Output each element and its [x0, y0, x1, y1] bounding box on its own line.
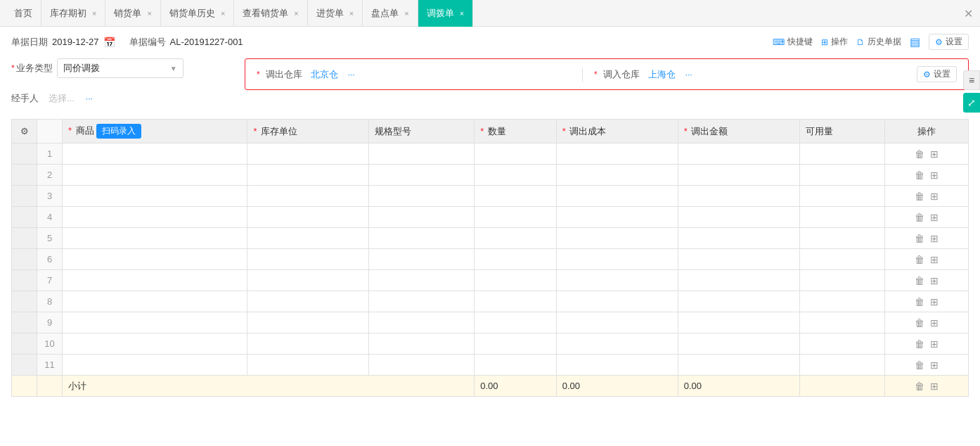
row-qty-3[interactable] — [475, 207, 557, 228]
row-unit-3[interactable] — [247, 207, 369, 228]
business-type-select[interactable]: 同价调拨 ▼ — [57, 58, 183, 78]
subtotal-copy-icon[interactable]: ⊞ — [930, 381, 939, 392]
row-unit-10[interactable] — [247, 355, 369, 376]
row-available-0[interactable] — [799, 144, 885, 165]
row-spec-5[interactable] — [369, 249, 475, 270]
row-product-9[interactable] — [63, 333, 247, 355]
row-cost-7[interactable] — [556, 291, 678, 312]
row-available-1[interactable] — [799, 165, 885, 186]
delete-icon-0[interactable]: 🗑 — [915, 148, 924, 160]
tab-sales-history[interactable]: 销货单历史 × — [161, 0, 234, 27]
tab-sales-order[interactable]: 销货单 × — [105, 0, 160, 27]
tab-close-sales-order[interactable]: × — [147, 9, 151, 18]
row-amount-5[interactable] — [678, 249, 799, 270]
row-unit-8[interactable] — [247, 312, 369, 333]
row-available-2[interactable] — [799, 186, 885, 207]
row-amount-0[interactable] — [678, 144, 799, 165]
delete-icon-8[interactable]: 🗑 — [915, 317, 924, 329]
row-amount-2[interactable] — [678, 186, 799, 207]
delete-icon-10[interactable]: 🗑 — [915, 359, 924, 371]
calendar-icon[interactable]: 📅 — [103, 37, 115, 48]
row-amount-3[interactable] — [678, 207, 799, 228]
copy-icon-6[interactable]: ⊞ — [930, 275, 939, 286]
row-unit-4[interactable] — [247, 228, 369, 249]
row-available-4[interactable] — [799, 228, 885, 249]
row-unit-9[interactable] — [247, 333, 369, 355]
row-available-6[interactable] — [799, 270, 885, 291]
row-cost-10[interactable] — [556, 355, 678, 376]
row-spec-9[interactable] — [369, 333, 475, 355]
row-spec-3[interactable] — [369, 207, 475, 228]
row-cost-0[interactable] — [556, 144, 678, 165]
row-spec-4[interactable] — [369, 228, 475, 249]
row-spec-1[interactable] — [369, 165, 475, 186]
row-qty-0[interactable] — [475, 144, 557, 165]
row-qty-9[interactable] — [475, 333, 557, 355]
row-unit-5[interactable] — [247, 249, 369, 270]
row-product-7[interactable] — [63, 291, 247, 312]
row-available-3[interactable] — [799, 207, 885, 228]
delete-icon-5[interactable]: 🗑 — [915, 254, 924, 265]
tab-home[interactable]: 首页 — [6, 0, 41, 27]
row-available-9[interactable] — [799, 333, 885, 355]
copy-icon-8[interactable]: ⊞ — [930, 317, 939, 329]
row-unit-2[interactable] — [247, 186, 369, 207]
sidebar-list-btn[interactable]: ≡ — [963, 70, 980, 90]
row-cost-9[interactable] — [556, 333, 678, 355]
copy-icon-10[interactable]: ⊞ — [930, 359, 939, 371]
settings-btn[interactable]: ⚙ 设置 — [929, 34, 969, 50]
delete-icon-2[interactable]: 🗑 — [915, 191, 924, 202]
sidebar-expand-btn[interactable]: ⤢ — [963, 93, 980, 113]
tab-close-purchase-order[interactable]: × — [349, 9, 354, 18]
row-qty-10[interactable] — [475, 355, 557, 376]
table-gear-icon[interactable]: ⚙ — [20, 126, 29, 136]
row-product-5[interactable] — [63, 249, 247, 270]
tab-close-sales-history[interactable]: × — [221, 9, 225, 18]
row-amount-9[interactable] — [678, 333, 799, 355]
tab-inventory-check[interactable]: 盘点单 × — [363, 0, 418, 27]
row-cost-2[interactable] — [556, 186, 678, 207]
row-available-8[interactable] — [799, 312, 885, 333]
copy-icon-4[interactable]: ⊞ — [930, 233, 939, 244]
tab-bar-close-icon[interactable]: ✕ — [964, 6, 973, 20]
row-cost-5[interactable] — [556, 249, 678, 270]
copy-icon-7[interactable]: ⊞ — [930, 296, 939, 307]
copy-icon-2[interactable]: ⊞ — [930, 191, 939, 202]
row-amount-4[interactable] — [678, 228, 799, 249]
row-spec-7[interactable] — [369, 291, 475, 312]
delete-icon-3[interactable]: 🗑 — [915, 212, 924, 223]
row-amount-7[interactable] — [678, 291, 799, 312]
copy-icon-5[interactable]: ⊞ — [930, 254, 939, 265]
row-amount-1[interactable] — [678, 165, 799, 186]
delete-icon-7[interactable]: 🗑 — [915, 296, 924, 307]
row-unit-6[interactable] — [247, 270, 369, 291]
row-spec-0[interactable] — [369, 144, 475, 165]
row-qty-7[interactable] — [475, 291, 557, 312]
row-qty-1[interactable] — [475, 165, 557, 186]
tab-close-transfer[interactable]: × — [460, 9, 464, 18]
copy-icon-1[interactable]: ⊞ — [930, 170, 939, 181]
row-qty-6[interactable] — [475, 270, 557, 291]
row-available-7[interactable] — [799, 291, 885, 312]
tab-close-inventory-init[interactable]: × — [92, 9, 96, 18]
delete-icon-9[interactable]: 🗑 — [915, 338, 924, 350]
history-btn[interactable]: 🗋 历史单据 — [856, 36, 901, 48]
delete-icon-6[interactable]: 🗑 — [915, 275, 924, 286]
shortcut-btn[interactable]: ⌨ 快捷键 — [773, 36, 813, 48]
row-spec-2[interactable] — [369, 186, 475, 207]
row-unit-1[interactable] — [247, 165, 369, 186]
tab-close-inventory-check[interactable]: × — [404, 9, 408, 18]
row-cost-6[interactable] — [556, 270, 678, 291]
target-warehouse-value[interactable]: 上海仓 — [648, 68, 676, 81]
row-cost-1[interactable] — [556, 165, 678, 186]
tab-purchase-order[interactable]: 进货单 × — [308, 0, 363, 27]
operation-btn[interactable]: ⊞ 操作 — [821, 36, 848, 48]
row-product-4[interactable] — [63, 228, 247, 249]
row-spec-8[interactable] — [369, 312, 475, 333]
row-qty-2[interactable] — [475, 186, 557, 207]
row-product-10[interactable] — [63, 355, 247, 376]
row-spec-10[interactable] — [369, 355, 475, 376]
row-product-2[interactable] — [63, 186, 247, 207]
scan-button[interactable]: 扫码录入 — [96, 124, 141, 139]
tab-view-sales[interactable]: 查看销货单 × — [234, 0, 307, 27]
